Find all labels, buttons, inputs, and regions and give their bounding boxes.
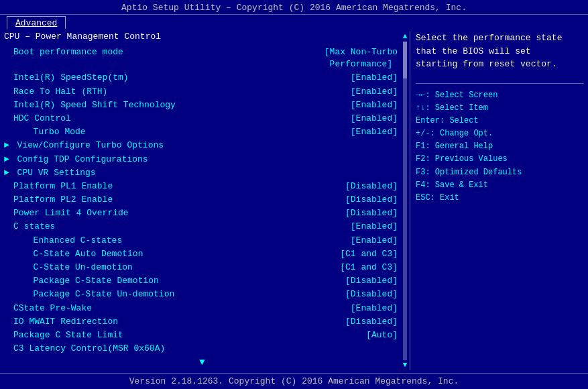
list-item[interactable]: Race To Halt (RTH) [Enabled] [4,85,398,99]
arrow-icon [4,126,11,138]
item-value: [Enabled] [351,99,398,111]
item-value: [Enabled] [351,72,398,84]
list-item[interactable]: Platform PL2 Enable [Disabled] [4,193,398,207]
item-label: Package C State Limit [13,329,363,341]
list-item[interactable]: Intel(R) SpeedStep(tm) [Enabled] [4,71,398,85]
list-item[interactable]: C states [Enabled] [4,220,398,233]
arrow-icon [4,180,11,192]
list-item[interactable]: C3 Latency Control(MSR 0x60A) [4,342,398,355]
legend-change: +/-: Change Opt. [416,127,584,140]
item-value: [Disabled] [345,275,398,287]
item-label: Intel(R) SpeedStep(tm) [13,72,348,84]
list-item[interactable]: Package C State Limit [Auto] [4,329,398,342]
item-value: [Disabled] [345,316,398,328]
arrow-icon [4,194,11,206]
bios-screen: Aptio Setup Utility – Copyright (C) 2016… [0,0,588,389]
list-item[interactable]: ► CPU VR Settings [4,166,398,180]
tab-row: Advanced [0,16,588,29]
item-value: [Disabled] [345,180,398,192]
arrow-icon [4,46,11,58]
scrollbar[interactable]: ▲ ▼ [400,32,410,370]
arrow-icon [4,86,11,98]
legend-f3: F3: Optimized Defaults [416,166,584,179]
arrow-icon [4,343,11,355]
item-label: Platform PL1 Enable [13,180,343,192]
legend-enter: Enter: Select [416,115,584,127]
list-item[interactable]: CState Pre-Wake [Enabled] [4,302,398,315]
item-value: [Enabled] [351,302,398,315]
tab-advanced[interactable]: Advanced [7,16,66,29]
item-label: C-State Un-demotion [23,262,337,274]
item-label: Race To Halt (RTH) [13,86,348,98]
arrow-icon [4,275,11,287]
list-item[interactable]: C-State Un-demotion [C1 and C3] [4,261,398,274]
item-label: HDC Control [13,113,348,125]
scrollbar-track [403,42,407,360]
footer-text: Version 2.18.1263. Copyright (C) 2016 Am… [129,376,459,386]
divider [416,83,584,84]
item-value: [C1 and C3] [340,248,398,260]
arrow-icon [4,288,11,300]
item-label: Intel(R) Speed Shift Technology [13,99,348,111]
main-content: CPU – Power Management Control Boot perf… [0,29,588,373]
list-item[interactable]: ► View/Configure Turbo Options [4,139,398,152]
list-item[interactable]: Package C-State Demotion [Disabled] [4,274,398,288]
item-label: CState Pre-Wake [13,302,348,315]
item-value: [Disabled] [345,207,398,219]
scroll-up-arrow[interactable]: ▲ [403,33,408,40]
arrow-icon [4,99,11,111]
arrow-icon [4,72,11,84]
item-label: C states [13,221,348,233]
arrow-icon [4,113,11,125]
list-item[interactable]: ► Config TDP Configurations [4,153,398,166]
help-text: Select the performance state that the BI… [416,32,584,71]
list-item[interactable]: Intel(R) Speed Shift Technology [Enabled… [4,99,398,112]
item-label: View/Configure Turbo Options [17,140,395,152]
list-item[interactable]: Package C-State Un-demotion [Disabled] [4,288,398,301]
legend-f1: F1: General Help [416,140,584,153]
arrow-icon [4,235,11,247]
list-item[interactable]: Turbo Mode [Enabled] [4,125,398,139]
submenu-arrow-icon: ► [4,167,15,179]
item-value: [Enabled] [351,221,398,233]
item-label: Enhanced C-states [23,235,348,247]
item-value: [Enabled] [351,235,398,247]
legend-select-item: ↑↓: Select Item [416,102,584,115]
item-value: [Enabled] [351,86,398,98]
scroll-down-arrow[interactable]: ▼ [199,357,204,368]
arrow-icon [4,262,11,274]
list-item[interactable]: Platform PL1 Enable [Disabled] [4,180,398,193]
list-item[interactable]: C-State Auto Demotion [C1 and C3] [4,247,398,261]
submenu-arrow-icon: ► [4,140,15,152]
scroll-down-indicator[interactable]: ▼ [403,362,408,369]
item-label: Package C-State Un-demotion [23,288,343,300]
item-value: [Auto] [366,329,398,341]
header-bar: Aptio Setup Utility – Copyright (C) 2016… [0,0,588,15]
arrow-icon [4,302,11,315]
list-item[interactable]: Power Limit 4 Override [Disabled] [4,207,398,220]
legend-f4: F4: Save & Exit [416,179,584,192]
legend-select-screen: →←: Select Screen [416,89,584,102]
footer-bar: Version 2.18.1263. Copyright (C) 2016 Am… [0,373,588,389]
item-value: [Disabled] [345,194,398,206]
item-label: Config TDP Configurations [17,154,395,166]
right-panel: Select the performance state that the BI… [410,32,584,370]
arrow-icon [4,329,11,341]
item-label: CPU VR Settings [17,167,395,179]
list-item[interactable]: Boot performance mode [Max Non-Turbo Per… [4,46,398,71]
left-panel: CPU – Power Management Control Boot perf… [4,32,400,370]
item-value: [C1 and C3] [340,262,398,274]
item-value: [Max Non-Turbo Performance] [325,46,398,70]
item-label: C-State Auto Demotion [23,248,337,260]
item-label: Power Limit 4 Override [13,207,343,219]
scrollbar-thumb[interactable] [403,42,407,78]
arrow-icon [4,316,11,328]
header-title: Aptio Setup Utility – Copyright (C) 2016… [121,3,467,13]
list-item[interactable]: HDC Control [Enabled] [4,112,398,125]
list-item[interactable]: IO MWAIT Redirection [Disabled] [4,315,398,329]
section-title: CPU – Power Management Control [4,32,398,42]
item-label: C3 Latency Control(MSR 0x60A) [13,343,395,355]
item-label: Boot performance mode [13,46,322,58]
legend-esc: ESC: Exit [416,192,584,205]
list-item[interactable]: Enhanced C-states [Enabled] [4,234,398,247]
